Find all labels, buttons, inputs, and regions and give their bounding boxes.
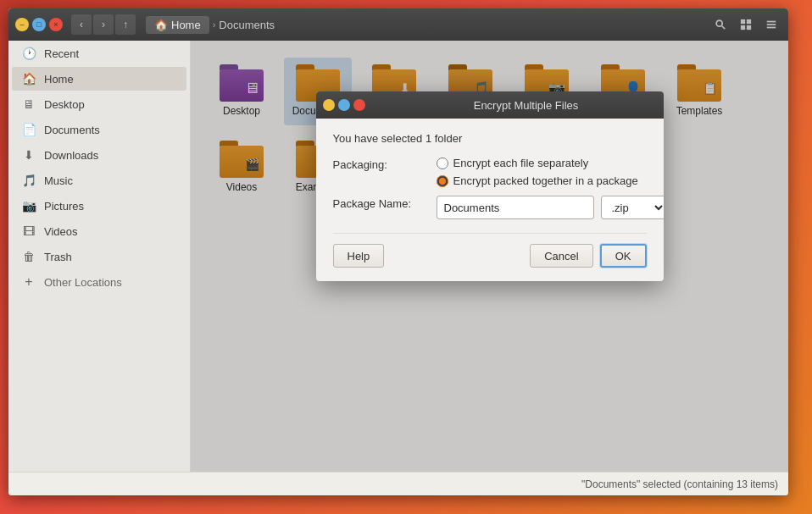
- sidebar-add-location[interactable]: + Other Locations: [12, 270, 186, 294]
- breadcrumb-home-label: Home: [171, 19, 201, 31]
- sidebar-item-documents-label: Documents: [44, 124, 100, 136]
- file-manager-window: – □ × ‹ › ↑ 🏠 Home › Documents: [8, 8, 788, 495]
- help-button[interactable]: Help: [333, 244, 385, 268]
- sidebar-item-music[interactable]: 🎵 Music: [12, 169, 186, 192]
- sidebar-item-videos[interactable]: 🎞 Videos: [12, 219, 186, 243]
- dialog-titlebar: Encrypt Multiple Files: [316, 91, 664, 119]
- search-button[interactable]: [710, 14, 731, 35]
- sidebar-item-recent-label: Recent: [44, 47, 79, 60]
- radio-packed[interactable]: [437, 175, 448, 187]
- svg-line-1: [722, 26, 726, 30]
- window-controls: – □ ×: [15, 18, 63, 31]
- svg-point-0: [716, 20, 722, 26]
- package-name-label: Package Name:: [333, 196, 426, 210]
- status-text: "Documents" selected (containing 13 item…: [581, 478, 778, 490]
- videos-icon: 🎞: [22, 224, 36, 238]
- sidebar-item-pictures-label: Pictures: [44, 200, 84, 213]
- trash-icon: 🗑: [22, 250, 36, 263]
- ok-button[interactable]: OK: [600, 244, 647, 268]
- sidebar-item-trash-label: Trash: [44, 251, 72, 263]
- breadcrumb-separator: ›: [213, 19, 216, 30]
- svg-rect-4: [741, 25, 745, 30]
- main-content: 🖥 Desktop Documents: [191, 41, 788, 472]
- sidebar-item-music-label: Music: [44, 174, 73, 187]
- radio-separate-label: Encrypt each file separately: [453, 157, 589, 169]
- pictures-icon: 📷: [22, 199, 36, 213]
- sidebar-item-videos-label: Videos: [44, 225, 78, 238]
- svg-rect-2: [741, 19, 745, 24]
- packaging-options: Encrypt each file separately Encrypt pac…: [437, 157, 638, 187]
- breadcrumb: 🏠 Home › Documents: [146, 16, 700, 34]
- packaging-row: Packaging: Encrypt each file separately …: [333, 157, 647, 187]
- restore-button[interactable]: □: [32, 18, 46, 31]
- sidebar-add-label: Other Locations: [44, 276, 122, 289]
- dialog-window-controls: [323, 99, 365, 111]
- dialog-close-button[interactable]: [353, 99, 365, 111]
- sidebar-item-pictures[interactable]: 📷 Pictures: [12, 194, 186, 218]
- sidebar-item-home-label: Home: [44, 73, 74, 86]
- sidebar-item-downloads-label: Downloads: [44, 149, 98, 162]
- dialog-body: You have selected 1 folder Packaging: En…: [316, 119, 664, 281]
- dialog-title: Encrypt Multiple Files: [396, 99, 657, 112]
- fm-body: 🕐 Recent 🏠 Home 🖥 Desktop 📄 Documents ⬇ …: [8, 41, 788, 472]
- package-name-input[interactable]: [437, 196, 594, 219]
- breadcrumb-home[interactable]: 🏠 Home: [146, 16, 209, 34]
- up-button[interactable]: ↑: [115, 14, 136, 35]
- sidebar: 🕐 Recent 🏠 Home 🖥 Desktop 📄 Documents ⬇ …: [8, 41, 191, 472]
- sidebar-item-recent[interactable]: 🕐 Recent: [12, 41, 186, 65]
- recent-icon: 🕐: [22, 47, 36, 60]
- dialog-buttons: Help Cancel OK: [333, 233, 647, 268]
- sidebar-item-trash[interactable]: 🗑 Trash: [12, 245, 186, 268]
- forward-button[interactable]: ›: [93, 14, 114, 35]
- dialog-selected-text: You have selected 1 folder: [333, 132, 647, 145]
- package-name-input-row: .zip .tar .tar.gz .tar.bz2: [437, 196, 664, 219]
- dialog-minimize-button[interactable]: [323, 99, 335, 111]
- home-icon: 🏠: [22, 72, 36, 86]
- sidebar-item-documents[interactable]: 📄 Documents: [12, 118, 186, 141]
- sidebar-item-home[interactable]: 🏠 Home: [12, 67, 186, 91]
- music-icon: 🎵: [22, 174, 36, 187]
- encrypt-dialog: Encrypt Multiple Files You have selected…: [316, 91, 664, 281]
- close-button[interactable]: ×: [49, 18, 63, 31]
- back-button[interactable]: ‹: [71, 14, 92, 35]
- radio-packed-label: Encrypt packed together in a package: [453, 174, 638, 187]
- title-bar: – □ × ‹ › ↑ 🏠 Home › Documents: [8, 8, 788, 41]
- cancel-button[interactable]: Cancel: [530, 244, 592, 268]
- extension-select[interactable]: .zip .tar .tar.gz .tar.bz2: [601, 196, 664, 219]
- packaging-label: Packaging:: [333, 157, 426, 171]
- dialog-overlay: Encrypt Multiple Files You have selected…: [191, 41, 788, 472]
- add-icon: +: [22, 275, 36, 289]
- svg-rect-3: [747, 19, 751, 24]
- status-bar: "Documents" selected (containing 13 item…: [8, 472, 788, 495]
- svg-rect-7: [767, 24, 776, 25]
- svg-rect-6: [767, 21, 776, 23]
- minimize-button[interactable]: –: [15, 18, 29, 31]
- sidebar-item-desktop[interactable]: 🖥 Desktop: [12, 92, 186, 116]
- breadcrumb-sub: Documents: [219, 19, 275, 31]
- radio-option-packed[interactable]: Encrypt packed together in a package: [437, 174, 638, 187]
- radio-separate[interactable]: [437, 158, 448, 169]
- sidebar-item-desktop-label: Desktop: [44, 98, 85, 111]
- documents-icon: 📄: [22, 123, 36, 136]
- downloads-icon: ⬇: [22, 148, 36, 162]
- radio-option-separate[interactable]: Encrypt each file separately: [437, 157, 638, 169]
- navigation-buttons: ‹ › ↑: [71, 14, 136, 35]
- view-toggle-button[interactable]: [736, 14, 756, 35]
- menu-button[interactable]: [761, 14, 781, 35]
- sidebar-item-downloads[interactable]: ⬇ Downloads: [12, 143, 186, 167]
- dialog-restore-button[interactable]: [338, 99, 350, 111]
- desktop-icon: 🖥: [22, 97, 36, 111]
- svg-rect-8: [767, 27, 776, 29]
- svg-rect-5: [747, 25, 751, 30]
- package-name-row: Package Name: .zip .tar .tar.gz .tar.bz2: [333, 196, 647, 219]
- title-actions: [710, 14, 781, 35]
